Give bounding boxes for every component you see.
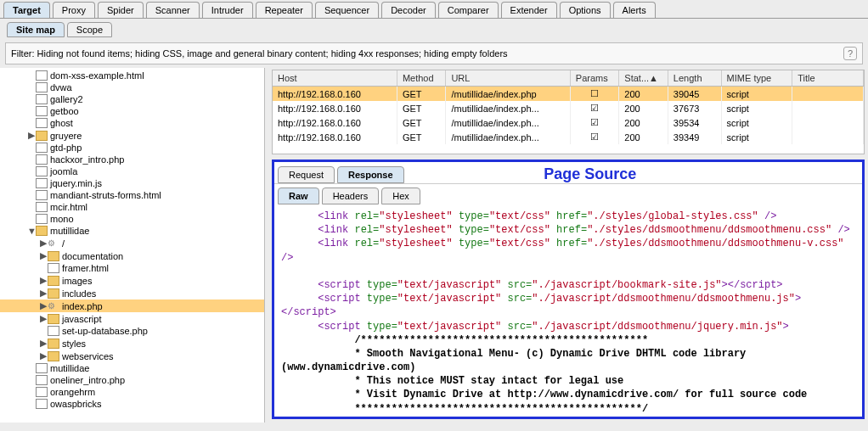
tree-item[interactable]: owaspbricks: [0, 398, 264, 410]
tree-item[interactable]: ▶documentation: [0, 249, 264, 262]
source-line: <link rel="stylesheet" type="text/css" h…: [281, 223, 855, 237]
column-header[interactable]: Length: [668, 70, 721, 87]
tree-item[interactable]: ▶styles: [0, 337, 264, 350]
tree-label: framer.html: [62, 263, 109, 273]
column-header[interactable]: Stat...▲: [619, 70, 668, 87]
main-tab-spider[interactable]: Spider: [98, 2, 144, 18]
cell: http://192.168.0.160: [273, 101, 397, 115]
sub-tab-scope[interactable]: Scope: [67, 22, 112, 37]
folder-icon: [48, 351, 59, 361]
tree-item[interactable]: jquery.min.js: [0, 177, 264, 189]
file-icon: [36, 143, 48, 153]
file-icon: [36, 118, 48, 128]
tree-item[interactable]: mono: [0, 213, 264, 225]
tree-item[interactable]: ▶webservices: [0, 350, 264, 362]
table-row[interactable]: http://192.168.0.160GET/mutillidae/index…: [273, 87, 864, 102]
tree-item[interactable]: dvwa: [0, 81, 264, 93]
tree-item[interactable]: mandiant-struts-forms.html: [0, 189, 264, 201]
cell: [792, 87, 864, 102]
raw-tab-hex[interactable]: Hex: [381, 188, 420, 204]
table-row[interactable]: http://192.168.0.160GET/mutillidae/index…: [273, 130, 864, 144]
request-table[interactable]: HostMethodURLParamsStat...▲LengthMIME ty…: [273, 70, 864, 144]
file-icon: [36, 363, 48, 373]
cell: http://192.168.0.160: [273, 87, 397, 102]
tree-arrow-icon[interactable]: ▼: [27, 226, 36, 236]
tree-label: orangehrm: [50, 387, 95, 397]
tree-label: gtd-php: [50, 143, 82, 153]
cell: http://192.168.0.160: [273, 115, 397, 130]
tree-item[interactable]: orangehrm: [0, 386, 264, 398]
source-line: /***************************************…: [281, 333, 855, 347]
site-tree[interactable]: dom-xss-example.htmldvwagallery2getboogh…: [0, 68, 265, 423]
tree-item[interactable]: joomla: [0, 165, 264, 177]
tree-item[interactable]: mcir.html: [0, 201, 264, 213]
tree-label: mutillidae: [50, 363, 89, 373]
main-tab-comparer[interactable]: Comparer: [438, 2, 499, 18]
folder-icon: [48, 339, 59, 349]
filter-bar[interactable]: Filter: Hiding not found items; hiding C…: [5, 42, 863, 64]
gear-icon: ⚙: [48, 238, 59, 249]
raw-tab-headers[interactable]: Headers: [322, 188, 380, 204]
main-tab-intruder[interactable]: Intruder: [202, 2, 253, 18]
tree-label: webservices: [62, 351, 114, 361]
column-header[interactable]: MIME type: [721, 70, 792, 87]
sub-tab-site-map[interactable]: Site map: [7, 22, 65, 37]
tree-item[interactable]: oneliner_intro.php: [0, 374, 264, 386]
column-header[interactable]: Host: [273, 70, 397, 87]
main-tab-alerts[interactable]: Alerts: [613, 2, 656, 18]
column-header[interactable]: Title: [792, 70, 864, 87]
tree-arrow-icon[interactable]: ▶: [39, 250, 48, 261]
tree-arrow-icon[interactable]: ▶: [39, 288, 48, 299]
tree-item[interactable]: gallery2: [0, 93, 264, 105]
tree-label: documentation: [62, 251, 123, 261]
tree-item[interactable]: ▶⚙/: [0, 237, 264, 249]
tree-arrow-icon[interactable]: ▶: [39, 300, 48, 311]
tree-item[interactable]: getboo: [0, 105, 264, 117]
tree-arrow-icon[interactable]: ▶: [27, 130, 36, 141]
tree-item[interactable]: mutillidae: [0, 362, 264, 374]
main-tab-scanner[interactable]: Scanner: [146, 2, 200, 18]
cell: script: [721, 101, 792, 115]
tree-item[interactable]: set-up-database.php: [0, 325, 264, 337]
cell: 39534: [668, 115, 721, 130]
tree-arrow-icon[interactable]: ▶: [39, 238, 48, 249]
rr-tab-response[interactable]: Response: [337, 166, 404, 183]
main-tab-repeater[interactable]: Repeater: [256, 2, 313, 18]
tree-item[interactable]: dom-xss-example.html: [0, 70, 264, 81]
source-line: <script type="text/javascript" src="./ja…: [281, 320, 855, 333]
raw-tab-raw[interactable]: Raw: [278, 188, 319, 204]
tree-item[interactable]: hackxor_intro.php: [0, 154, 264, 165]
column-header[interactable]: Params: [570, 70, 619, 87]
source-line: <link rel="stylesheet" type="text/css" h…: [281, 210, 855, 223]
tree-item[interactable]: ▼mutillidae: [0, 225, 264, 237]
main-tab-options[interactable]: Options: [560, 2, 611, 18]
table-row[interactable]: http://192.168.0.160GET/mutillidae/index…: [273, 101, 864, 115]
tree-arrow-icon[interactable]: ▶: [39, 350, 48, 361]
tree-item[interactable]: gtd-php: [0, 142, 264, 154]
tree-item[interactable]: framer.html: [0, 262, 264, 274]
tree-arrow-icon[interactable]: ▶: [39, 313, 48, 324]
tree-item[interactable]: ▶javascript: [0, 312, 264, 325]
tree-label: ghost: [50, 118, 73, 128]
tree-arrow-icon[interactable]: ▶: [39, 275, 48, 286]
tree-item[interactable]: ▶gruyere: [0, 129, 264, 142]
main-tab-proxy[interactable]: Proxy: [53, 2, 95, 18]
tree-item[interactable]: ▶images: [0, 274, 264, 287]
main-tab-decoder[interactable]: Decoder: [381, 2, 436, 18]
tree-item[interactable]: ghost: [0, 117, 264, 129]
main-tab-sequencer[interactable]: Sequencer: [315, 2, 379, 18]
tree-item[interactable]: ▶includes: [0, 287, 264, 299]
table-row[interactable]: http://192.168.0.160GET/mutillidae/index…: [273, 115, 864, 130]
response-content[interactable]: <link rel="stylesheet" type="text/css" h…: [274, 204, 862, 417]
column-header[interactable]: Method: [397, 70, 446, 87]
rr-tab-request[interactable]: Request: [278, 166, 335, 183]
help-icon[interactable]: ?: [843, 47, 857, 60]
source-line: </script>: [281, 416, 855, 417]
tree-item[interactable]: ▶⚙index.php: [0, 299, 264, 312]
main-tab-extender[interactable]: Extender: [501, 2, 557, 18]
main-tab-target[interactable]: Target: [3, 2, 50, 18]
tree-label: gruyere: [50, 131, 82, 141]
cell: GET: [397, 115, 446, 130]
column-header[interactable]: URL: [446, 70, 570, 87]
tree-arrow-icon[interactable]: ▶: [39, 338, 48, 349]
